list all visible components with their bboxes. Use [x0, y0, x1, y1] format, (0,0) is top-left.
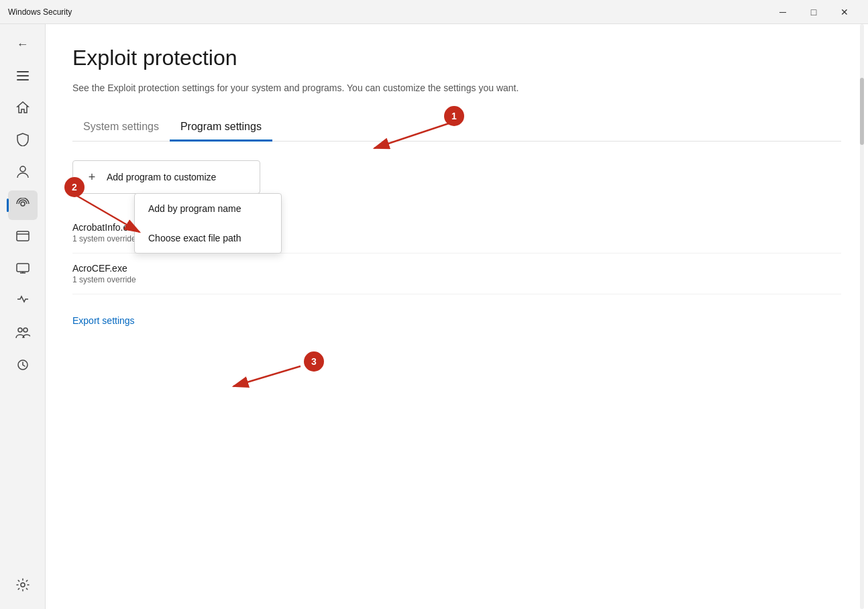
annotation-1: 1	[444, 106, 464, 126]
dropdown-item-file-path[interactable]: Choose exact file path	[135, 223, 281, 253]
dropdown-item-program-name[interactable]: Add by program name	[135, 194, 281, 223]
sidebar-item-home[interactable]	[8, 94, 38, 123]
svg-point-3	[20, 166, 25, 172]
close-button[interactable]: ✕	[829, 2, 860, 22]
add-program-label: Add program to customize	[107, 172, 216, 182]
history-icon	[17, 359, 29, 374]
svg-rect-1	[17, 75, 29, 76]
svg-rect-7	[17, 264, 29, 272]
program-name-acrocef: AcroCEF.exe	[72, 263, 841, 274]
sidebar-item-health[interactable]	[8, 287, 38, 317]
device-icon	[16, 262, 30, 278]
back-icon: ←	[17, 38, 29, 52]
svg-rect-5	[17, 231, 29, 241]
sidebar-item-history[interactable]	[8, 351, 38, 381]
sidebar-item-appbrowser[interactable]	[8, 223, 38, 252]
sidebar-item-settings[interactable]	[8, 571, 38, 601]
page-description: See the Exploit protection settings for …	[72, 81, 529, 95]
scrollbar-track[interactable]	[860, 24, 865, 609]
export-settings-link[interactable]: Export settings	[72, 315, 135, 326]
app-browser-icon	[16, 229, 30, 246]
tab-system-settings[interactable]: System settings	[72, 114, 170, 142]
health-icon	[16, 294, 30, 310]
minimize-button[interactable]: ─	[767, 2, 798, 22]
sidebar-item-person[interactable]	[8, 158, 38, 188]
sidebar-item-network[interactable]	[8, 190, 38, 220]
svg-point-10	[18, 328, 22, 332]
svg-point-13	[21, 583, 25, 587]
sidebar-item-shield[interactable]	[8, 126, 38, 156]
add-icon: +	[84, 169, 100, 185]
title-bar: Windows Security ─ □ ✕	[0, 0, 868, 24]
add-program-button[interactable]: + Add program to customize	[72, 160, 260, 194]
content-area: Exploit protection See the Exploit prote…	[46, 24, 868, 609]
scrollbar-bg	[860, 24, 864, 609]
svg-rect-2	[17, 79, 29, 80]
svg-rect-0	[17, 71, 29, 72]
sidebar-item-back[interactable]: ←	[8, 30, 38, 59]
settings-icon	[16, 578, 30, 595]
app-title: Windows Security	[8, 7, 72, 17]
sidebar-item-menu[interactable]	[8, 62, 38, 91]
svg-line-17	[233, 366, 301, 386]
maximize-button[interactable]: □	[798, 2, 829, 22]
window-controls: ─ □ ✕	[767, 2, 860, 22]
annotation-2: 2	[64, 177, 85, 197]
sidebar: ←	[0, 24, 46, 609]
tab-program-settings[interactable]: Program settings	[170, 114, 272, 142]
program-override-acrocef: 1 system override	[72, 275, 841, 284]
app-body: ←	[0, 24, 868, 609]
svg-point-4	[21, 202, 25, 206]
svg-point-11	[23, 328, 28, 332]
home-icon	[16, 101, 30, 117]
hamburger-icon	[17, 70, 29, 84]
scrollbar-thumb[interactable]	[860, 78, 864, 145]
dropdown-menu: Add by program name Choose exact file pa…	[134, 193, 282, 254]
family-icon	[15, 327, 30, 342]
network-icon	[16, 198, 30, 213]
program-item-acrocef[interactable]: AcroCEF.exe 1 system override	[72, 254, 841, 294]
active-indicator	[7, 199, 9, 212]
shield-icon	[17, 133, 29, 150]
annotation-3: 3	[304, 351, 324, 372]
page-title: Exploit protection	[72, 46, 841, 70]
export-settings[interactable]: Export settings	[72, 315, 841, 327]
sidebar-item-family[interactable]	[8, 319, 38, 349]
sidebar-item-device[interactable]	[8, 255, 38, 284]
person-icon	[17, 165, 29, 182]
